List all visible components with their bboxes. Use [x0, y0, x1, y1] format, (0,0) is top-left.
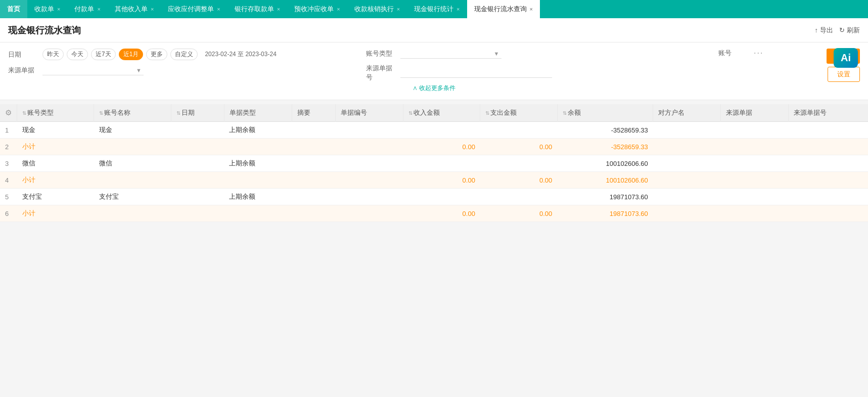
ai-button[interactable]: Ai: [834, 48, 858, 68]
col-source-doc[interactable]: 来源单据: [721, 104, 789, 122]
table-cell: [335, 172, 403, 189]
close-bank-deposit-icon[interactable]: ×: [277, 6, 280, 12]
date-btn-1month[interactable]: 近1月: [119, 49, 144, 60]
table-cell: [653, 172, 721, 189]
table-cell: [789, 122, 868, 139]
table-cell: [653, 122, 721, 139]
refresh-button[interactable]: ↻ 刷新: [839, 26, 860, 35]
table-cell: [335, 122, 403, 139]
table-cell: 6: [0, 205, 17, 222]
col-doc-no[interactable]: 单据编号: [335, 104, 403, 122]
nav-item-receipt[interactable]: 收款单 ×: [27, 0, 67, 18]
header-actions: ↑ 导出 ↻ 刷新: [815, 26, 860, 35]
close-ap-adjust-icon[interactable]: ×: [217, 6, 220, 12]
nav-advance-offset-label: 预收冲应收单: [294, 5, 334, 14]
table-cell: 100102606.60: [557, 155, 653, 172]
nav-item-advance-offset[interactable]: 预收冲应收单 ×: [287, 0, 347, 18]
date-btn-custom[interactable]: 自定义: [170, 49, 198, 60]
table-cell: [94, 172, 171, 189]
date-btn-7days[interactable]: 近7天: [91, 49, 116, 60]
col-source-doc-no[interactable]: 来源单据号: [789, 104, 868, 122]
date-range-display: 2023-02-24 至 2023-03-24: [205, 50, 276, 59]
table-cell: 小计: [17, 172, 94, 189]
account-type-select[interactable]: [400, 49, 501, 59]
table-cell: [171, 122, 224, 139]
nav-item-bank-deposit[interactable]: 银行存取款单 ×: [227, 0, 287, 18]
table-cell: 微信: [17, 155, 94, 172]
account-dots-button[interactable]: ···: [752, 49, 765, 58]
export-label: 导出: [820, 26, 833, 35]
close-receipt-icon[interactable]: ×: [57, 6, 60, 12]
table-cell: [171, 189, 224, 205]
nav-item-other-income[interactable]: 其他收入单 ×: [108, 0, 161, 18]
col-expense[interactable]: ⇅支出金额: [480, 104, 557, 122]
collapse-filter-bar[interactable]: ∧ 收起更多条件: [8, 82, 860, 96]
date-label: 日期: [8, 50, 38, 59]
source-doc-no-label: 来源单据号: [366, 64, 396, 82]
close-payment-icon[interactable]: ×: [97, 6, 100, 12]
col-doc-type[interactable]: 单据类型: [224, 104, 292, 122]
col-summary[interactable]: 摘要: [292, 104, 335, 122]
close-advance-offset-icon[interactable]: ×: [337, 6, 340, 12]
table-cell: [721, 139, 789, 155]
date-btn-yesterday[interactable]: 昨天: [42, 49, 64, 60]
table-row: 3微信微信上期余额100102606.60: [0, 155, 868, 172]
table-row: 1现金现金上期余额-3528659.33: [0, 122, 868, 139]
table-row: 5支付宝支付宝上期余额19871073.60: [0, 189, 868, 205]
col-account-type[interactable]: ⇅账号类型: [17, 104, 94, 122]
col-balance[interactable]: ⇅余额: [557, 104, 653, 122]
table-cell: [171, 155, 224, 172]
nav-item-home[interactable]: 首页: [0, 0, 27, 18]
table-cell: 19871073.60: [557, 189, 653, 205]
nav-item-payment[interactable]: 付款单 ×: [67, 0, 107, 18]
col-gear[interactable]: ⚙: [0, 104, 17, 122]
table-cell: [721, 172, 789, 189]
gear-icon[interactable]: ⚙: [5, 108, 12, 117]
close-cash-stats-icon[interactable]: ×: [456, 6, 460, 12]
close-collect-exec-icon[interactable]: ×: [397, 6, 400, 12]
table-cell: 上期余额: [224, 189, 292, 205]
top-navigation: 首页 收款单 × 付款单 × 其他收入单 × 应收应付调整单 × 银行存取款单 …: [0, 0, 868, 18]
export-button[interactable]: ↑ 导出: [815, 26, 834, 35]
nav-receipt-label: 收款单: [34, 5, 54, 14]
nav-cash-flow-label: 现金银行流水查询: [474, 5, 527, 14]
cash-flow-table: ⚙ ⇅账号类型 ⇅账号名称 ⇅日期 单据类型 摘要 单据编号 ⇅收入金额 ⇅支出…: [0, 104, 868, 222]
col-account-name[interactable]: ⇅账号名称: [94, 104, 171, 122]
nav-item-collect-exec[interactable]: 收款核销执行 ×: [347, 0, 407, 18]
close-other-income-icon[interactable]: ×: [151, 6, 154, 12]
settings-button[interactable]: 设置: [828, 67, 860, 82]
filter-area: 日期 昨天 今天 近7天 近1月 更多 自定义 2023-02-24 至 202…: [0, 42, 868, 100]
source-doc-no-input[interactable]: [400, 68, 552, 78]
table-cell: [721, 205, 789, 222]
date-btn-more[interactable]: 更多: [146, 49, 167, 60]
table-cell: [335, 155, 403, 172]
nav-item-cash-flow[interactable]: 现金银行流水查询 ×: [467, 0, 540, 18]
table-cell: [403, 155, 480, 172]
table-cell: 2: [0, 139, 17, 155]
nav-bank-deposit-label: 银行存取款单: [235, 5, 274, 14]
table-cell: [480, 189, 557, 205]
nav-item-cash-stats[interactable]: 现金银行统计 ×: [407, 0, 467, 18]
table-cell: [721, 189, 789, 205]
close-cash-flow-icon[interactable]: ×: [530, 6, 533, 12]
date-btn-today[interactable]: 今天: [67, 49, 88, 60]
table-row: 2小计0.000.00-3528659.33: [0, 139, 868, 155]
table-cell: [789, 172, 868, 189]
table-cell: [403, 189, 480, 205]
col-counterparty[interactable]: 对方户名: [653, 104, 721, 122]
table-row: 6小计0.000.0019871073.60: [0, 205, 868, 222]
source-doc-select[interactable]: [42, 65, 144, 75]
table-cell: [292, 122, 335, 139]
table-body: 1现金现金上期余额-3528659.332小计0.000.00-3528659.…: [0, 122, 868, 222]
nav-payment-label: 付款单: [74, 5, 94, 14]
table-cell: [94, 139, 171, 155]
col-date[interactable]: ⇅日期: [171, 104, 224, 122]
table-cell: [292, 139, 335, 155]
col-income[interactable]: ⇅收入金额: [403, 104, 480, 122]
table-cell: [653, 205, 721, 222]
nav-item-ap-adjust[interactable]: 应收应付调整单 ×: [161, 0, 227, 18]
table-cell: 支付宝: [94, 189, 171, 205]
table-cell: -3528659.33: [557, 139, 653, 155]
table-cell: [653, 155, 721, 172]
table-cell: [653, 139, 721, 155]
